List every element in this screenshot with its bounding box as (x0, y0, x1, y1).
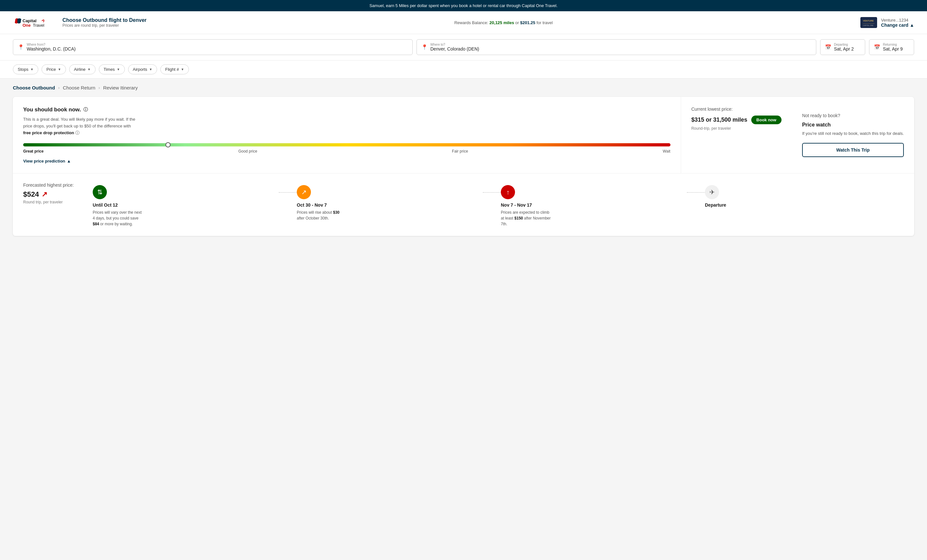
forecast-timeline: ⇅ Until Oct 12 Prices will vary over the… (88, 182, 904, 227)
departing-field[interactable]: 📅 Departing Sat, Apr 2 (820, 39, 865, 55)
top-banner: Samuel, earn 5 Miles per dollar spent wh… (0, 0, 927, 11)
header-title: Choose Outbound flight to Denver Prices … (62, 17, 146, 28)
chevron-down-icon: ▼ (88, 68, 91, 71)
from-field[interactable]: 📍 Where from? Washington, D.C. (DCA) (13, 39, 413, 55)
round-trip-note: Round-trip, per traveler (691, 126, 781, 131)
forecast-period-3: Nov 7 - Nov 17 (501, 202, 532, 208)
filter-flight-number-label: Flight # (165, 67, 179, 72)
current-price-section: Current lowest price: $315 or 31,500 mil… (681, 97, 792, 173)
forecast-item-nov7-nov17: ↑ Nov 7 - Nov 17 Prices are expected to … (496, 185, 700, 227)
filter-airports-label: Airports (133, 67, 147, 72)
forecast-price-value: $524 (23, 190, 39, 199)
current-price-row: $315 or 31,500 miles Book now (691, 115, 781, 124)
forecast-desc-3: Prices are expected to climb at least $1… (501, 209, 552, 227)
current-price-value: $315 or 31,500 miles (691, 117, 748, 123)
filter-times-label: Times (103, 67, 115, 72)
forecast-icon-plane: ✈ (705, 185, 719, 199)
not-ready-text: Not ready to book? (802, 113, 904, 118)
meter-wait: Wait (663, 149, 670, 153)
forecast-icon-red: ↑ (501, 185, 515, 199)
chevron-up-icon: ▲ (67, 159, 71, 164)
logo-svg: Capital One Travel (13, 16, 55, 29)
chevron-down-icon: ▼ (117, 68, 120, 71)
forecast-period-1: Until Oct 12 (93, 202, 118, 208)
view-price-prediction-button[interactable]: View price prediction ▲ (23, 159, 670, 164)
return-calendar-icon: 📅 (874, 44, 880, 50)
svg-text:VENTURE: VENTURE (863, 20, 874, 22)
forecast-desc-1: Prices will vary over the next 4 days, b… (93, 209, 144, 227)
info-icon[interactable]: ⓘ (84, 107, 88, 113)
change-card-arrow-icon: ▲ (910, 23, 914, 28)
to-field[interactable]: 📍 Where to? Denver, Colorado (DEN) (416, 39, 816, 55)
rewards-prefix: Rewards Balance: (454, 20, 488, 25)
filter-times[interactable]: Times ▼ (99, 64, 125, 74)
meter-labels: Great price Good price Fair price Wait (23, 149, 670, 153)
forecast-period-departure: Departure (705, 202, 726, 208)
filter-price-label: Price (46, 67, 56, 72)
svg-text:CAPITAL ONE: CAPITAL ONE (863, 24, 874, 26)
filter-airline-label: Airline (74, 67, 86, 72)
departing-value: Sat, Apr 2 (834, 46, 854, 52)
forecast-label: Forecasted highest price: (23, 182, 77, 188)
plane-icon: ✈ (710, 188, 715, 196)
breadcrumb-choose-return: Choose Return (63, 85, 95, 90)
filter-flight-number[interactable]: Flight # ▼ (160, 64, 189, 74)
chevron-down-icon: ▼ (149, 68, 152, 71)
forecast-icon-green: ⇅ (93, 185, 107, 199)
watch-trip-label: Watch This Trip (836, 147, 870, 153)
price-watch-section: Not ready to book? Price watch If you're… (792, 97, 914, 173)
forecast-desc-2: Prices will rise about $30 after October… (297, 209, 348, 221)
rewards-balance: Rewards Balance: 20,125 miles or $201.25… (454, 20, 553, 25)
forecast-left: Forecasted highest price: $524 ↗ Round t… (23, 182, 88, 227)
to-label: Where to? (430, 43, 479, 46)
main-content: You should book now. ⓘ This is a great d… (0, 97, 927, 249)
destination-icon: 📍 (421, 44, 428, 50)
book-now-title: You should book now. ⓘ (23, 106, 670, 113)
returning-value: Sat, Apr 9 (883, 46, 903, 52)
free-price-drop-info-icon[interactable]: ⓘ (75, 131, 79, 135)
book-now-desc: This is a great deal. You will likely pa… (23, 116, 139, 136)
watch-trip-button[interactable]: Watch This Trip (802, 143, 904, 157)
forecast-item-oct30-nov7: ↗ Oct 30 - Nov 7 Prices will rise about … (292, 185, 496, 221)
change-card-label: Change card (881, 23, 908, 28)
price-watch-desc: If you're still not ready to book, watch… (802, 131, 904, 137)
svg-text:Travel: Travel (33, 23, 44, 28)
price-meter: Great price Good price Fair price Wait (23, 143, 670, 153)
forecast-item-until-oct12: ⇅ Until Oct 12 Prices will vary over the… (88, 185, 292, 227)
filter-stops-label: Stops (18, 67, 28, 72)
from-value: Washington, D.C. (DCA) (27, 46, 76, 52)
breadcrumb-sep-2: › (99, 85, 100, 90)
filter-airline[interactable]: Airline ▼ (69, 64, 96, 74)
breadcrumb-review-itinerary: Review Itinerary (103, 85, 138, 90)
meter-fair-price: Fair price (452, 149, 468, 153)
forecast-sub: Round trip, per traveler (23, 200, 77, 204)
book-now-button[interactable]: Book now (751, 115, 781, 124)
calendar-icon: 📅 (825, 44, 831, 50)
price-card-top: You should book now. ⓘ This is a great d… (13, 97, 914, 173)
header: Capital One Travel Choose Outbound fligh… (0, 11, 927, 34)
rewards-suffix: for travel (536, 20, 553, 25)
location-icon: 📍 (18, 44, 24, 50)
card-info: Venture...1234 Change card ▲ (881, 18, 914, 28)
current-price-label: Current lowest price: (691, 106, 781, 112)
card-svg: VENTURE CAPITAL ONE (861, 18, 877, 27)
trend-up-icon: ↗ (41, 190, 47, 199)
filter-airports[interactable]: Airports ▼ (128, 64, 157, 74)
card-number: Venture...1234 (881, 18, 914, 23)
change-card-button[interactable]: Change card ▲ (881, 23, 914, 28)
forecast-item-departure: ✈ Departure (700, 185, 904, 209)
filter-price[interactable]: Price ▼ (41, 64, 66, 74)
returning-field[interactable]: 📅 Returning Sat, Apr 9 (869, 39, 914, 55)
forecast-period-2: Oct 30 - Nov 7 (297, 202, 327, 208)
filter-stops[interactable]: Stops ▼ (13, 64, 38, 74)
card-section: VENTURE CAPITAL ONE Venture...1234 Chang… (860, 17, 914, 28)
free-price-drop-text: free price drop protection (23, 131, 74, 135)
svg-text:Capital: Capital (23, 18, 36, 23)
chevron-down-icon: ▼ (58, 68, 61, 71)
meter-great-price: Great price (23, 149, 44, 153)
filter-bar: Stops ▼ Price ▼ Airline ▼ Times ▼ Airpor… (0, 61, 927, 79)
dollars-value: $201.25 (520, 20, 535, 25)
book-now-btn-label: Book now (757, 117, 777, 122)
search-bar: 📍 Where from? Washington, D.C. (DCA) 📍 W… (0, 34, 927, 61)
returning-label: Returning (883, 43, 903, 46)
